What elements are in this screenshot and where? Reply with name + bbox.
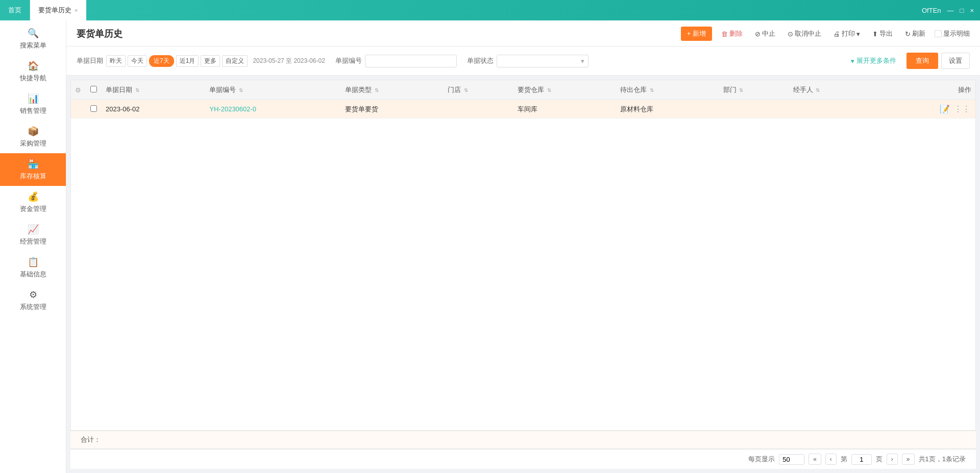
per-page-select[interactable]: 50 100 200 bbox=[779, 454, 804, 465]
top-bar: 首页 要货单历史 × OfTEn — □ × bbox=[0, 0, 980, 20]
date-btn-1month[interactable]: 近1月 bbox=[176, 55, 199, 67]
minimize-btn[interactable]: — bbox=[947, 7, 954, 14]
sidebar: 🔍 搜索菜单 🏠 快捷导航 📊 销售管理 📦 采购管理 🏪 库存核算 💰 资金管… bbox=[0, 20, 66, 473]
settings-col-icon[interactable]: ⚙ bbox=[75, 86, 81, 94]
first-page-btn[interactable]: « bbox=[808, 454, 821, 465]
filter-area: 单据日期 昨天 今天 近7天 近1月 更多 自定义 2023-05-27 至 2… bbox=[66, 46, 980, 76]
th-type[interactable]: 单据类型 ⇅ bbox=[341, 80, 444, 100]
export-button[interactable]: ⬆ 导出 bbox=[869, 28, 896, 40]
settings-button[interactable]: 设置 bbox=[941, 53, 970, 69]
status-filter-item: 单据状态 bbox=[467, 55, 589, 67]
date-filter-label: 单据日期 bbox=[77, 56, 103, 65]
th-settings: ⚙ bbox=[71, 80, 86, 100]
stop-button[interactable]: ⊘ 中止 bbox=[752, 28, 778, 40]
select-all-checkbox[interactable] bbox=[90, 86, 97, 92]
th-req-warehouse[interactable]: 要货仓库 ⇅ bbox=[513, 80, 616, 100]
data-table: ⚙ 单据日期 ⇅ 单据编号 ⇅ bbox=[71, 80, 975, 119]
sort-req-warehouse-icon: ⇅ bbox=[547, 87, 551, 93]
th-pending-warehouse[interactable]: 待出仓库 ⇅ bbox=[616, 80, 719, 100]
sidebar-item-nav[interactable]: 🏠 快捷导航 bbox=[0, 55, 66, 88]
tab-close-icon[interactable]: × bbox=[75, 7, 78, 13]
next-page-btn[interactable]: › bbox=[887, 454, 898, 465]
page-title: 要货单历史 bbox=[77, 28, 122, 40]
row-settings-col bbox=[71, 100, 86, 119]
date-btn-7days[interactable]: 近7天 bbox=[149, 55, 174, 67]
display-detail-button[interactable]: 显示明细 bbox=[935, 29, 970, 38]
date-buttons: 昨天 今天 近7天 近1月 更多 自定义 bbox=[106, 55, 248, 67]
new-button[interactable]: + 新增 bbox=[681, 27, 712, 41]
th-store[interactable]: 门店 ⇅ bbox=[444, 80, 513, 100]
sidebar-item-search[interactable]: 🔍 搜索菜单 bbox=[0, 22, 66, 55]
th-number[interactable]: 单据编号 ⇅ bbox=[205, 80, 341, 100]
th-checkbox bbox=[86, 80, 102, 100]
sidebar-item-inventory[interactable]: 🏪 库存核算 bbox=[0, 153, 66, 186]
sort-pending-warehouse-icon: ⇅ bbox=[650, 87, 654, 93]
sidebar-item-purchase[interactable]: 📦 采购管理 bbox=[0, 121, 66, 153]
print-button[interactable]: 🖨 打印 ▾ bbox=[830, 28, 863, 40]
row-number: YH-20230602-0 bbox=[205, 100, 341, 119]
row-type: 要货单要货 bbox=[341, 100, 444, 119]
table-container: ⚙ 单据日期 ⇅ 单据编号 ⇅ bbox=[70, 80, 976, 431]
brand-name: OfTEn bbox=[922, 7, 941, 14]
inventory-icon: 🏪 bbox=[28, 158, 39, 170]
close-btn[interactable]: × bbox=[970, 7, 974, 14]
number-filter-input[interactable] bbox=[365, 55, 457, 67]
row-pending-warehouse: 原材料仓库 bbox=[616, 100, 719, 119]
sidebar-item-basics-label: 基础信息 bbox=[20, 270, 46, 279]
prev-page-btn[interactable]: ‹ bbox=[825, 454, 837, 465]
sales-icon: 📊 bbox=[28, 93, 39, 104]
date-btn-more[interactable]: 更多 bbox=[201, 55, 220, 67]
maximize-btn[interactable]: □ bbox=[960, 7, 964, 14]
basics-icon: 📋 bbox=[28, 256, 39, 268]
date-btn-today[interactable]: 今天 bbox=[128, 55, 147, 67]
page-header: 要货单历史 + 新增 🗑 删除 ⊘ 中止 ⊙ 取消中止 bbox=[66, 20, 980, 46]
status-filter-select[interactable] bbox=[497, 55, 589, 67]
sidebar-item-finance[interactable]: 💰 资金管理 bbox=[0, 186, 66, 219]
th-handler[interactable]: 经手人 ⇅ bbox=[789, 80, 875, 100]
query-button[interactable]: 查询 bbox=[906, 53, 938, 69]
date-btn-yesterday[interactable]: 昨天 bbox=[106, 55, 126, 67]
sidebar-item-finance-label: 资金管理 bbox=[20, 204, 46, 214]
th-date[interactable]: 单据日期 ⇅ bbox=[102, 80, 205, 100]
row-more-icon[interactable]: ⋮⋮ bbox=[953, 105, 971, 113]
row-edit-icon[interactable]: 📝 bbox=[939, 105, 951, 113]
sort-date-icon: ⇅ bbox=[135, 87, 139, 93]
status-filter-label: 单据状态 bbox=[467, 56, 494, 65]
per-page-label: 每页显示 bbox=[748, 455, 775, 464]
row-req-warehouse: 车间库 bbox=[513, 100, 616, 119]
display-detail-checkbox[interactable] bbox=[935, 30, 942, 37]
sidebar-item-purchase-label: 采购管理 bbox=[20, 139, 46, 148]
last-page-btn[interactable]: » bbox=[902, 454, 915, 465]
row-number-link[interactable]: YH-20230602-0 bbox=[209, 105, 256, 113]
export-icon: ⬆ bbox=[872, 30, 878, 38]
sidebar-item-operations[interactable]: 📈 经营管理 bbox=[0, 219, 66, 251]
expand-filter-btn[interactable]: ▾ 展开更多条件 bbox=[851, 56, 896, 65]
refresh-button[interactable]: ↻ 刷新 bbox=[902, 28, 928, 40]
sidebar-item-basics[interactable]: 📋 基础信息 bbox=[0, 251, 66, 284]
sidebar-item-system[interactable]: ⚙ 系统管理 bbox=[0, 284, 66, 317]
main-layout: 🔍 搜索菜单 🏠 快捷导航 📊 销售管理 📦 采购管理 🏪 库存核算 💰 资金管… bbox=[0, 20, 980, 473]
tab-home[interactable]: 首页 bbox=[0, 0, 30, 20]
delete-icon: 🗑 bbox=[721, 30, 728, 38]
row-store bbox=[444, 100, 513, 119]
row-checkbox[interactable] bbox=[90, 105, 97, 112]
content-area: 要货单历史 + 新增 🗑 删除 ⊘ 中止 ⊙ 取消中止 bbox=[66, 20, 980, 473]
cancel-stop-button[interactable]: ⊙ 取消中止 bbox=[785, 28, 824, 40]
delete-button[interactable]: 🗑 删除 bbox=[718, 28, 746, 40]
sidebar-item-nav-label: 快捷导航 bbox=[20, 74, 46, 83]
print-icon: 🖨 bbox=[834, 30, 840, 38]
date-filter-item: 单据日期 昨天 今天 近7天 近1月 更多 自定义 2023-05-27 至 2… bbox=[77, 55, 325, 67]
sort-type-icon: ⇅ bbox=[375, 87, 379, 93]
sort-store-icon: ⇅ bbox=[464, 87, 468, 93]
pagination-bar: 每页显示 50 100 200 « ‹ 第 页 › » 共1页，1条记录 bbox=[70, 449, 976, 469]
sidebar-item-sales[interactable]: 📊 销售管理 bbox=[0, 88, 66, 121]
page-number-input[interactable] bbox=[851, 454, 872, 465]
table-footer: 合计： bbox=[70, 431, 976, 449]
tab-purchase-history[interactable]: 要货单历史 × bbox=[30, 0, 86, 20]
print-dropdown-icon: ▾ bbox=[856, 30, 860, 38]
sidebar-item-sales-label: 销售管理 bbox=[20, 106, 46, 115]
home-icon: 🏠 bbox=[28, 60, 39, 72]
date-btn-custom[interactable]: 自定义 bbox=[222, 55, 248, 67]
th-department[interactable]: 部门 ⇅ bbox=[719, 80, 789, 100]
sidebar-item-inventory-label: 库存核算 bbox=[20, 172, 46, 181]
